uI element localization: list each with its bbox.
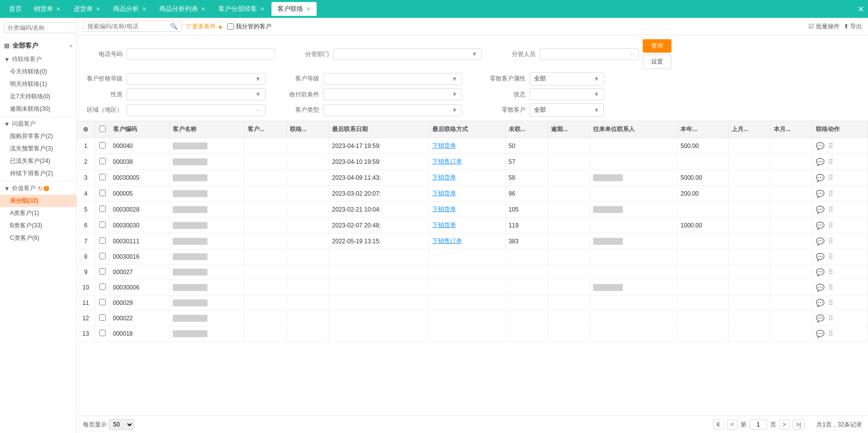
tab-purchase-order[interactable]: 进货单 ✕	[67, 2, 106, 16]
status-select[interactable]: ▼	[530, 88, 604, 100]
customer-level-select[interactable]: ▼	[323, 73, 462, 85]
export-button[interactable]: ⬆ 导出	[844, 22, 862, 31]
more-actions-icon[interactable]: ⠿	[828, 190, 833, 198]
more-actions-icon[interactable]: ⠿	[828, 206, 833, 214]
message-icon[interactable]: 💬	[816, 299, 824, 307]
dept-select[interactable]: ▼	[333, 48, 482, 60]
message-icon[interactable]: 💬	[816, 190, 824, 198]
row-checkbox[interactable]	[99, 237, 106, 244]
message-icon[interactable]: 💬	[816, 174, 824, 182]
search-input[interactable]	[87, 23, 170, 30]
more-actions-icon[interactable]: ⠿	[828, 330, 833, 338]
tab-customer-segmentation[interactable]: 客户分层经客 ✕	[212, 2, 270, 16]
message-icon[interactable]: 💬	[816, 314, 824, 322]
home-tab[interactable]: 首页	[4, 4, 27, 13]
more-actions-icon[interactable]: ⠿	[828, 314, 833, 322]
contact-method-link[interactable]: 下销货单	[432, 206, 456, 213]
reset-button[interactable]: 设置	[643, 55, 671, 69]
tab-customer-contact[interactable]: 客户联络 ✕	[271, 2, 317, 16]
sidebar-item-tomorrow-pending[interactable]: 明天待联络(1)	[0, 78, 76, 90]
close-sales-order-icon[interactable]: ✕	[56, 6, 61, 12]
nature-select[interactable]: ▼	[127, 88, 266, 100]
message-icon[interactable]: 💬	[816, 330, 824, 338]
row-checkbox[interactable]	[99, 253, 106, 259]
manager-select[interactable]: ···	[539, 48, 639, 60]
row-checkbox[interactable]	[99, 268, 106, 275]
price-level-select[interactable]: ▼	[127, 73, 266, 85]
more-conditions-button[interactable]: ▽ 更多条件 ▲	[186, 22, 223, 31]
per-page-select[interactable]: 50 100 200	[109, 419, 134, 430]
retail-attr-select[interactable]: 全部 ▼	[530, 72, 604, 85]
more-actions-icon[interactable]: ⠿	[828, 299, 833, 307]
close-customer-contact-icon[interactable]: ✕	[306, 6, 311, 12]
all-customers-header[interactable]: ⊞ 全部客户 «	[0, 38, 76, 53]
more-actions-icon[interactable]: ⠿	[828, 221, 833, 229]
my-customers-checkbox[interactable]	[227, 23, 234, 30]
sidebar-item-overdue-pending[interactable]: 逾期未联络(30)	[0, 103, 76, 115]
row-checkbox[interactable]	[99, 221, 106, 228]
sidebar-item-7day-pending[interactable]: 近7天待联络(0)	[0, 90, 76, 103]
contact-method-link[interactable]: 下销货单	[432, 174, 456, 181]
retail-customer-select[interactable]: 全部 ▼	[530, 103, 604, 117]
row-checkbox[interactable]	[99, 330, 106, 336]
contact-method-link[interactable]: 下销售订单	[432, 158, 462, 165]
close-window-icon[interactable]: ✕	[858, 4, 864, 14]
sidebar-item-declining[interactable]: 持续下滑客户(2)	[0, 167, 76, 180]
close-purchase-order-icon[interactable]: ✕	[96, 6, 100, 12]
category-search-input[interactable]	[4, 22, 77, 33]
sidebar-item-class-c[interactable]: C类客户(6)	[0, 232, 76, 244]
tab-sales-order[interactable]: 销货单 ✕	[28, 2, 67, 16]
sidebar-item-today-pending[interactable]: 今天待联络(0)	[0, 66, 76, 78]
close-product-analysis-icon[interactable]: ✕	[142, 6, 146, 12]
more-actions-icon[interactable]: ⠿	[828, 158, 833, 166]
tab-product-analysis-list[interactable]: 商品分析列表 ✕	[153, 2, 211, 16]
row-checkbox[interactable]	[99, 314, 106, 321]
area-select[interactable]: ···	[127, 104, 266, 116]
message-icon[interactable]: 💬	[816, 268, 824, 276]
phone-input[interactable]	[127, 48, 275, 60]
sidebar-item-churned[interactable]: 已流失客户(24)	[0, 155, 76, 167]
customer-type-select[interactable]: ▼	[323, 104, 462, 116]
prev-page-button[interactable]: <	[727, 420, 737, 430]
close-product-analysis-list-icon[interactable]: ✕	[201, 6, 205, 12]
contact-method-link[interactable]: 下销货单	[432, 142, 456, 149]
contact-method-link[interactable]: 下销货单	[432, 221, 456, 228]
row-checkbox[interactable]	[99, 142, 106, 148]
message-icon[interactable]: 💬	[816, 284, 824, 291]
query-button[interactable]: 查询	[643, 39, 671, 53]
row-checkbox[interactable]	[99, 299, 106, 305]
first-page-button[interactable]: K	[713, 420, 724, 430]
message-icon[interactable]: 💬	[816, 142, 824, 150]
message-icon[interactable]: 💬	[816, 253, 824, 261]
value-refresh-icon[interactable]: ↻	[38, 185, 43, 192]
row-checkbox[interactable]	[99, 206, 106, 212]
sidebar-item-unclassified[interactable]: 未分组(32)	[0, 195, 76, 207]
tab-product-analysis[interactable]: 商品分析 ✕	[107, 2, 152, 16]
message-icon[interactable]: 💬	[816, 237, 824, 245]
search-icon[interactable]: 🔍	[170, 23, 178, 30]
message-icon[interactable]: 💬	[816, 158, 824, 166]
my-customers-checkbox-label[interactable]: 我分管的客户	[227, 22, 271, 31]
settings-column-header[interactable]: ⚙	[77, 121, 95, 138]
contact-method-link[interactable]: 下销售订单	[432, 237, 462, 244]
row-checkbox[interactable]	[99, 190, 106, 196]
sidebar-item-class-a[interactable]: A类客户(1)	[0, 207, 76, 219]
row-checkbox[interactable]	[99, 158, 106, 164]
message-icon[interactable]: 💬	[816, 221, 824, 229]
sidebar-item-churn-warning[interactable]: 流失预警客户(3)	[0, 143, 76, 155]
more-actions-icon[interactable]: ⠿	[828, 268, 833, 276]
more-actions-icon[interactable]: ⠿	[828, 253, 833, 261]
page-number-input[interactable]	[749, 420, 767, 430]
payment-select[interactable]: ▼	[323, 88, 462, 100]
more-actions-icon[interactable]: ⠿	[828, 237, 833, 245]
message-icon[interactable]: 💬	[816, 206, 824, 214]
batch-ops-button[interactable]: ☑ 批量操作	[808, 22, 839, 31]
row-checkbox[interactable]	[99, 284, 106, 290]
last-page-button[interactable]: >|	[793, 420, 804, 430]
sidebar-item-abnormal-purchase[interactable]: 囤购异常客户(2)	[0, 130, 76, 143]
contact-method-link[interactable]: 下销货单	[432, 190, 456, 197]
collapse-icon[interactable]: «	[69, 43, 72, 49]
more-actions-icon[interactable]: ⠿	[828, 284, 833, 291]
check-all-checkbox[interactable]	[99, 126, 106, 132]
row-checkbox[interactable]	[99, 174, 106, 180]
